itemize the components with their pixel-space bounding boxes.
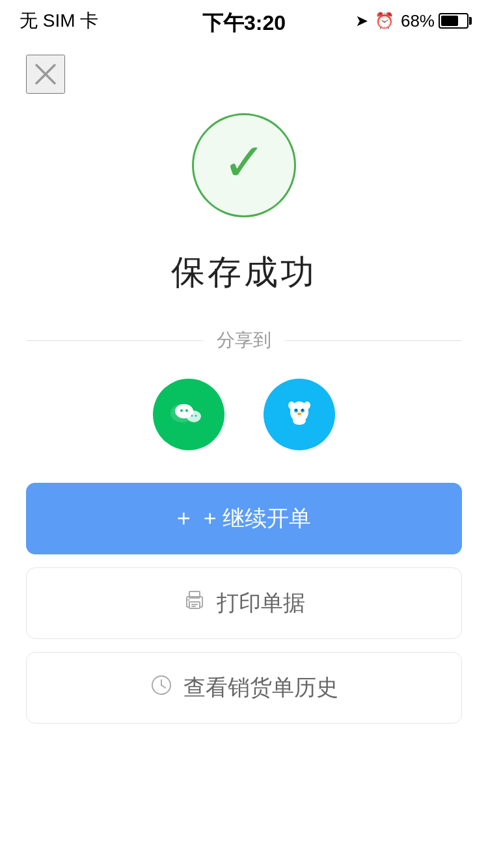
action-buttons: + + 继续开单 打印单据	[26, 483, 462, 724]
history-label: 查看销货单历史	[183, 673, 338, 703]
checkmark-icon: ✓	[223, 137, 266, 189]
svg-point-23	[188, 599, 190, 601]
success-title: 保存成功	[171, 250, 317, 295]
battery-fill	[441, 16, 458, 26]
share-divider: 分享到	[26, 328, 462, 353]
share-icons	[26, 379, 462, 450]
svg-point-5	[180, 409, 183, 412]
svg-line-26	[161, 685, 165, 688]
continue-label: + 继续开单	[204, 504, 311, 534]
share-section: 分享到	[26, 328, 462, 450]
svg-point-16	[288, 401, 295, 409]
battery-icon	[439, 13, 468, 29]
svg-point-17	[304, 401, 310, 409]
qq-share-button[interactable]	[264, 379, 335, 450]
close-button[interactable]	[26, 55, 65, 94]
svg-point-7	[191, 415, 193, 417]
location-icon: ➤	[355, 12, 368, 30]
svg-point-15	[297, 413, 301, 415]
continue-button[interactable]: + + 继续开单	[26, 483, 462, 554]
print-button[interactable]: 打印单据	[26, 567, 462, 639]
status-bar: 无 SIM 卡 下午3:20 ➤ ⏰ 68%	[0, 0, 488, 42]
svg-point-8	[195, 415, 197, 417]
svg-point-6	[185, 409, 188, 412]
svg-point-13	[295, 409, 297, 411]
svg-rect-21	[191, 604, 198, 605]
svg-rect-22	[191, 606, 196, 607]
share-label: 分享到	[217, 328, 271, 353]
alarm-icon: ⏰	[375, 12, 394, 30]
svg-point-4	[187, 411, 201, 422]
battery-text: 68%	[401, 11, 435, 31]
svg-point-10	[293, 417, 306, 425]
main-content: ✓ 保存成功 分享到	[0, 42, 488, 763]
battery-container: 68%	[401, 11, 468, 31]
svg-point-14	[302, 409, 304, 411]
status-time: 下午3:20	[202, 9, 286, 38]
continue-plus-icon: +	[177, 505, 191, 532]
history-icon	[150, 673, 173, 702]
history-button[interactable]: 查看销货单历史	[26, 652, 462, 724]
print-icon	[183, 589, 206, 617]
wechat-share-button[interactable]	[153, 379, 224, 450]
status-right: ➤ ⏰ 68%	[355, 11, 468, 31]
print-label: 打印单据	[217, 588, 305, 618]
carrier-text: 无 SIM 卡	[20, 8, 98, 33]
success-icon-circle: ✓	[192, 113, 296, 217]
status-left: 无 SIM 卡	[20, 8, 105, 33]
